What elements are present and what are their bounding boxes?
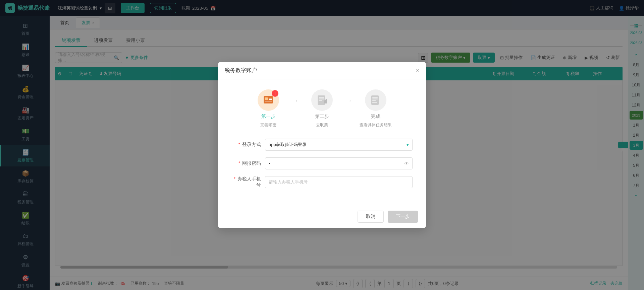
step-3-label: 完成 [371, 114, 380, 120]
svg-rect-12 [372, 98, 378, 99]
password-input[interactable]: • 👁 [265, 157, 413, 169]
arrow-1: → [288, 97, 302, 104]
step-1-badge: ! [272, 90, 278, 97]
svg-rect-14 [372, 102, 377, 103]
svg-rect-6 [319, 97, 324, 98]
svg-rect-13 [372, 100, 376, 101]
step-1-desc: 完善账密 [260, 122, 276, 128]
phone-placeholder: 请输入办税人手机号 [269, 179, 308, 185]
step-2-desc: 去取票 [316, 122, 328, 128]
step-2-label: 第二步 [315, 114, 329, 120]
cancel-button[interactable]: 取消 [358, 211, 384, 223]
step-1-icon-wrap: ! [258, 89, 279, 111]
modal-body: ! 第一步 完善账密 → [218, 79, 426, 205]
svg-rect-1 [265, 97, 268, 100]
modal-footer: 取消 下一步 [218, 205, 426, 228]
login-method-row: * 登录方式 app获取验证码登录 ▾ [231, 139, 413, 151]
next-button[interactable]: 下一步 [388, 211, 418, 223]
step-2: 第二步 去取票 [302, 89, 342, 128]
password-value: • [269, 161, 272, 166]
step-3-desc: 查看具体任务结果 [360, 122, 392, 128]
phone-row: * 办税人手机号 请输入办税人手机号 [231, 176, 413, 188]
login-method-label: * 登录方式 [231, 142, 265, 148]
modal-dialog: 税务数字账户 × ! [218, 62, 426, 228]
modal-overlay: 税务数字账户 × ! [0, 0, 644, 290]
modal-header: 税务数字账户 × [218, 62, 426, 79]
step-3-icon [370, 94, 382, 106]
svg-rect-8 [319, 100, 322, 101]
step-2-icon-wrap [311, 89, 333, 111]
password-row: * 网报密码 • 👁 [231, 157, 413, 169]
login-method-select[interactable]: app获取验证码登录 ▾ [265, 139, 413, 151]
chevron-down-icon: ▾ [407, 142, 409, 147]
steps-row: ! 第一步 完善账密 → [231, 89, 413, 128]
step-2-icon [316, 94, 328, 106]
step-3-icon-wrap [365, 89, 386, 111]
svg-rect-11 [372, 97, 378, 98]
modal-title: 税务数字账户 [225, 67, 257, 74]
phone-input[interactable]: 请输入办税人手机号 [265, 176, 413, 188]
arrow-2: → [342, 97, 356, 104]
modal-close-button[interactable]: × [416, 67, 419, 74]
step-1: ! 第一步 完善账密 [248, 89, 288, 128]
eye-icon[interactable]: 👁 [404, 161, 409, 166]
phone-label: * 办税人手机号 [231, 176, 265, 188]
login-method-value: app获取验证码登录 [269, 142, 307, 148]
step-1-label: 第一步 [261, 114, 275, 120]
step-3: 完成 查看具体任务结果 [356, 89, 396, 128]
password-label: * 网报密码 [231, 160, 265, 166]
svg-rect-7 [319, 98, 324, 99]
